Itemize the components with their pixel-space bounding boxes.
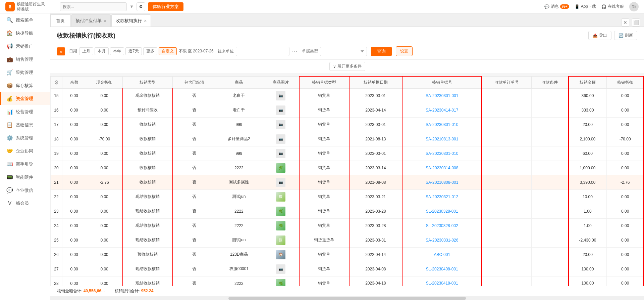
filter-toggle-button[interactable]: » <box>57 47 65 55</box>
td-bill-no[interactable]: SL-20230418-001 <box>402 276 482 286</box>
sidebar-item-purchase[interactable]: 🛒 采购管理 <box>0 66 50 79</box>
app-download-item[interactable]: 📱 App下载 <box>575 4 596 9</box>
tab-close-all-icon[interactable]: ✕ <box>621 18 629 27</box>
tab-maximize-icon[interactable]: ⬜ <box>632 18 640 27</box>
expand-conditions-button[interactable]: ∨ 展开更多条件 <box>329 62 365 71</box>
data-table: ⚙ 余额 现金折扣 核销类型 包含已结清 商品 商品图片 核销单据类型 核销单据… <box>50 76 644 286</box>
sidebar-item-guide[interactable]: 📖 新手引导 <box>0 158 50 171</box>
from-unit-filter-group: 往来单位 ··· <box>218 47 298 56</box>
td-collection-order <box>482 189 531 204</box>
filter-settings-button[interactable]: 设置 <box>396 46 413 56</box>
td-bill-date: 2023-03-28 <box>349 204 402 218</box>
search-button[interactable]: 查询 <box>371 47 392 56</box>
td-product-img: 📷 <box>262 146 299 161</box>
td-verify-type: 预收款核销 <box>123 247 173 262</box>
date-btn-7days[interactable]: 近7天 <box>125 47 142 55</box>
sidebar-item-wechat[interactable]: 💬 企业微信 <box>0 184 50 197</box>
td-payment-term <box>532 88 569 103</box>
td-bill-no[interactable]: SA-20230314-008 <box>402 161 482 175</box>
td-bill-no[interactable]: SA-20230414-017 <box>402 103 482 117</box>
tab-home[interactable]: 首页 <box>50 14 70 27</box>
td-collection-order <box>482 161 531 175</box>
td-collection-order <box>482 276 531 286</box>
sidebar-item-cooperation[interactable]: 🤝 企业协同 <box>0 144 50 158</box>
td-product: 老白干 <box>216 88 262 103</box>
td-bill-date: 2023-04-14 <box>349 103 402 117</box>
td-product: 2222 <box>216 276 262 286</box>
tab-close-collection[interactable]: × <box>144 18 147 23</box>
search-icon: 🔍 <box>6 17 13 23</box>
td-collection-order <box>482 88 531 103</box>
th-settings[interactable]: ⚙ <box>51 76 62 88</box>
td-verify-type: 现结收款核销 <box>123 204 173 218</box>
sidebar-item-label: 资金管理 <box>16 96 33 102</box>
sidebar-item-label: 销售管理 <box>16 56 33 62</box>
td-cash-discount: -2.76 <box>86 175 123 189</box>
settings-icon[interactable]: ⚙ <box>137 2 145 11</box>
date-btn-custom[interactable]: 自定义 <box>159 47 177 55</box>
td-bill-no[interactable]: SA-20210808-001 <box>402 175 482 189</box>
sidebar-item-hardware[interactable]: 📟 智能硬件 <box>0 171 50 184</box>
sidebar-item-basic-info[interactable]: 📋 基础信息 <box>0 118 50 131</box>
date-btn-more[interactable]: 更多 <box>143 47 157 55</box>
td-bill-no[interactable]: SL-20230408-001 <box>402 262 482 276</box>
td-bill-no[interactable]: SA-20230321-012 <box>402 189 482 204</box>
td-verify-type: 收款核销 <box>123 175 173 189</box>
td-bill-no[interactable]: SL-20230328-001 <box>402 204 482 218</box>
refresh-button[interactable]: 🔄 刷新 <box>614 31 637 40</box>
td-balance: 0.00 <box>62 247 86 262</box>
td-verify-type: 收款核销 <box>123 132 173 146</box>
td-included-clear: 否 <box>173 276 216 286</box>
sidebar-item-inventory[interactable]: 📦 库存核算 <box>0 79 50 92</box>
online-service-item[interactable]: 🎧 在线客服 <box>601 4 624 9</box>
sidebar-item-system[interactable]: ⚙️ 系统管理 <box>0 131 50 144</box>
sidebar-item-marketing[interactable]: 📢 营销推广 <box>0 40 50 53</box>
date-btn-last-month[interactable]: 上月 <box>79 47 93 55</box>
sidebar-item-search[interactable]: 🔍 搜索菜单 <box>0 13 50 27</box>
sidebar-item-finance[interactable]: 💰 资金管理 <box>0 92 50 105</box>
td-bill-no[interactable]: SA-20230331-026 <box>402 233 482 247</box>
tab-close-prepaid[interactable]: × <box>104 18 106 23</box>
tab-collection[interactable]: 收款核销执行 × <box>111 14 151 27</box>
sidebar-item-label: 企业微信 <box>16 187 33 194</box>
td-verify-type: 收款核销 <box>123 161 173 175</box>
chevron-down-icon: ∨ <box>333 64 336 69</box>
search-input[interactable] <box>60 2 127 11</box>
td-product: 测试多属性 <box>216 175 262 189</box>
td-product-img: 🖼 <box>262 233 299 247</box>
date-btn-this-month[interactable]: 本月 <box>95 47 109 55</box>
td-bill-date: 2023-03-01 <box>349 88 402 103</box>
message-item[interactable]: 💬 消息 99+ <box>544 4 569 9</box>
th-product: 商品 <box>216 76 262 88</box>
sidebar-item-label: 畅会员 <box>16 200 29 206</box>
td-bill-no[interactable]: ABC-001 <box>402 247 482 262</box>
td-row-num: 26 <box>51 247 62 262</box>
sidebar-item-member[interactable]: V 畅会员 <box>0 197 50 210</box>
tab-prepaid[interactable]: 预付冲应付单 × <box>71 14 111 27</box>
sidebar-item-management[interactable]: 📊 经营管理 <box>0 105 50 118</box>
td-bill-no[interactable]: SA-20210813-001 <box>402 132 482 146</box>
scroll-thumb[interactable] <box>228 297 466 300</box>
date-btn-this-year[interactable]: 本年 <box>110 47 124 55</box>
trial-button[interactable]: 体验行业方案 <box>148 2 183 11</box>
td-balance: 0.00 <box>62 117 86 132</box>
bill-type-select[interactable] <box>320 47 367 56</box>
horizontal-scrollbar[interactable] <box>50 296 644 300</box>
td-bill-no[interactable]: SA-20230301-001 <box>402 88 482 103</box>
sidebar-item-sales[interactable]: 💼 销售管理 <box>0 53 50 66</box>
td-bill-no[interactable]: SA-20230301-010 <box>402 117 482 132</box>
td-bill-date: 2023-03-28 <box>349 218 402 233</box>
search-chevron-icon[interactable]: ▼ <box>129 4 134 9</box>
avatar[interactable]: Rit <box>629 2 639 11</box>
export-button[interactable]: 📤 导出 <box>588 31 611 40</box>
logo-icon: 6 <box>5 2 15 11</box>
td-collection-order <box>482 132 531 146</box>
sidebar-item-quick-nav[interactable]: 🏠 快捷导航 <box>0 27 50 40</box>
inventory-icon: 📦 <box>6 82 13 89</box>
table-area[interactable]: ⚙ 余额 现金折扣 核销类型 包含已结清 商品 商品图片 核销单据类型 核销单据… <box>50 73 644 286</box>
td-bill-no[interactable]: SL-20230328-002 <box>402 218 482 233</box>
td-verify-type: 现结收款核销 <box>123 189 173 204</box>
from-unit-input[interactable] <box>236 47 289 56</box>
td-payment-term <box>532 204 569 218</box>
td-bill-no[interactable]: SA-20230301-010 <box>402 146 482 161</box>
